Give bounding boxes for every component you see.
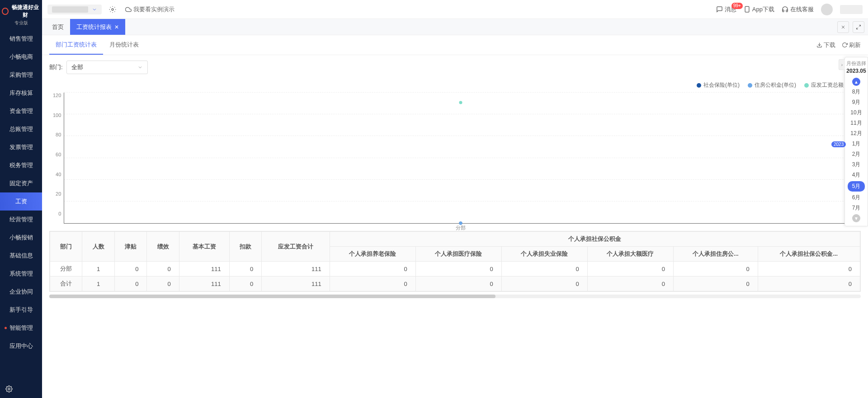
- cell-p_yiliao: 0: [415, 276, 501, 291]
- month-panel-current: 2023.05: [846, 68, 866, 74]
- sidebar-item-12[interactable]: 基础信息: [0, 247, 42, 265]
- cell-allowance: 0: [114, 262, 146, 276]
- legend-item[interactable]: 住房公积金(单位): [748, 81, 796, 89]
- sidebar-item-17[interactable]: 应用中心: [0, 337, 42, 355]
- th-p-yanglao: 个人承担养老保险: [330, 247, 415, 262]
- download-icon: [816, 42, 822, 48]
- sidebar-item-0[interactable]: 销售管理: [0, 30, 42, 48]
- subtab-0[interactable]: 部门工资统计表: [49, 35, 103, 55]
- settings-button[interactable]: [0, 380, 42, 398]
- month-panel-collapse[interactable]: ›: [839, 59, 845, 70]
- sidebar-item-label: 新手引导: [9, 306, 33, 313]
- month-item-9[interactable]: 5月: [848, 181, 865, 192]
- cell-p_dae: 0: [587, 276, 673, 291]
- y-tick: 20: [56, 191, 61, 197]
- month-item-2[interactable]: 10月: [845, 108, 868, 118]
- refresh-button[interactable]: 刷新: [842, 41, 861, 49]
- month-item-5[interactable]: 1月: [845, 139, 868, 149]
- sidebar-item-2[interactable]: 采购管理: [0, 66, 42, 84]
- table-scroll[interactable]: 部门 人数 津贴 绩效 基本工资 扣款 应发工资合计 个人承担社保公积金 个人承…: [49, 231, 861, 292]
- chart-point[interactable]: [459, 222, 462, 225]
- sidebar-item-9[interactable]: 工资: [0, 192, 42, 211]
- tenant-settings[interactable]: [107, 4, 118, 15]
- sidebar-item-15[interactable]: 新手引导: [0, 301, 42, 319]
- y-tick: 100: [53, 112, 61, 118]
- svg-line-6: [859, 25, 861, 27]
- legend-item[interactable]: 应发工资总额: [804, 81, 844, 89]
- sidebar-item-1[interactable]: 小畅电商: [0, 48, 42, 66]
- sidebar-item-4[interactable]: 资金管理: [0, 102, 42, 120]
- chart-point[interactable]: [459, 101, 462, 104]
- y-tick: 40: [56, 172, 61, 177]
- close-icon[interactable]: ✕: [114, 24, 119, 30]
- tenant-selector[interactable]: [47, 5, 102, 14]
- month-item-10[interactable]: 6月: [845, 192, 868, 203]
- month-item-1[interactable]: 9月: [845, 97, 868, 108]
- month-item-7[interactable]: 3月: [845, 159, 868, 170]
- username-placeholder: [840, 5, 863, 14]
- refresh-icon: [842, 42, 848, 48]
- legend-dot-icon: [748, 83, 752, 88]
- download-label: 下载: [824, 41, 835, 49]
- table-wrap: 部门 人数 津贴 绩效 基本工资 扣款 应发工资合计 个人承担社保公积金 个人承…: [42, 228, 868, 398]
- tab-1[interactable]: 工资统计报表✕: [70, 19, 125, 35]
- dept-select[interactable]: 全部: [66, 61, 148, 74]
- horizontal-scrollbar[interactable]: [49, 295, 861, 298]
- th-count: 人数: [82, 232, 114, 262]
- sidebar-item-16[interactable]: 智能管理: [0, 319, 42, 337]
- legend-item[interactable]: 社会保险(单位): [697, 81, 740, 89]
- sidebar-item-label: 应用中心: [9, 342, 33, 349]
- chart-x-label: 分部: [456, 225, 466, 231]
- download-button[interactable]: 下载: [816, 41, 835, 49]
- sidebar-item-label: 小畅电商: [9, 53, 33, 60]
- sidebar-item-6[interactable]: 发票管理: [0, 138, 42, 156]
- demo-label: 我要看实例演示: [133, 5, 175, 14]
- sidebar-item-3[interactable]: 库存核算: [0, 84, 42, 102]
- demo-link[interactable]: 我要看实例演示: [125, 5, 175, 14]
- close-tabs-button[interactable]: [837, 21, 849, 33]
- sidebar-item-label: 固定资产: [9, 180, 33, 187]
- sidebar-item-11[interactable]: 小畅报销: [0, 229, 42, 247]
- support-button[interactable]: 在线客服: [782, 5, 814, 14]
- sidebar-item-8[interactable]: 固定资产: [0, 174, 42, 192]
- month-item-8[interactable]: 4月: [845, 170, 868, 180]
- brand-icon: [2, 8, 9, 15]
- month-scroll-up[interactable]: ▲: [852, 78, 860, 86]
- th-allowance: 津贴: [114, 232, 146, 262]
- cell-performance: 0: [147, 262, 179, 276]
- month-scroll-down[interactable]: ▼: [852, 214, 860, 222]
- message-icon: [716, 6, 723, 13]
- brand-edition: 专业版: [2, 20, 40, 26]
- th-p-shiye: 个人承担失业保险: [501, 247, 587, 262]
- svg-point-0: [8, 388, 10, 390]
- scrollbar-thumb[interactable]: [49, 295, 495, 298]
- avatar[interactable]: [821, 4, 833, 15]
- messages-badge: 99+: [731, 3, 743, 9]
- cell-performance: 0: [147, 276, 179, 291]
- sidebar-item-13[interactable]: 系统管理: [0, 265, 42, 283]
- svg-point-1: [112, 9, 113, 10]
- sidebar-item-14[interactable]: 企业协同: [0, 283, 42, 301]
- sidebar-item-5[interactable]: 总账管理: [0, 120, 42, 138]
- month-item-0[interactable]: 8月: [845, 87, 868, 97]
- messages-button[interactable]: 消息 99+: [716, 5, 736, 14]
- sidebar-item-10[interactable]: 经营管理: [0, 211, 42, 229]
- month-item-6[interactable]: 2月: [845, 149, 868, 159]
- sidebar-item-label: 小畅报销: [9, 234, 33, 241]
- cell-p_yanglao: 0: [330, 276, 415, 291]
- month-item-11[interactable]: 7月: [845, 203, 868, 213]
- month-item-3[interactable]: 11月: [845, 118, 868, 128]
- cell-base: 111: [179, 262, 229, 276]
- month-item-4[interactable]: 12月: [845, 128, 868, 139]
- sidebar-item-label: 库存核算: [9, 89, 33, 96]
- app-download-button[interactable]: App下载: [744, 5, 774, 14]
- fullscreen-button[interactable]: [853, 21, 864, 33]
- sidebar-item-7[interactable]: 税务管理: [0, 156, 42, 174]
- gear-icon: [109, 6, 116, 13]
- subtab-1[interactable]: 月份统计表: [103, 35, 145, 55]
- svg-line-7: [857, 28, 859, 29]
- sidebar-item-label: 企业协同: [9, 288, 33, 295]
- tab-0[interactable]: 首页: [46, 19, 70, 35]
- cell-deduction: 0: [229, 262, 261, 276]
- header: 我要看实例演示 消息 99+ App下载 在线客服: [42, 0, 868, 19]
